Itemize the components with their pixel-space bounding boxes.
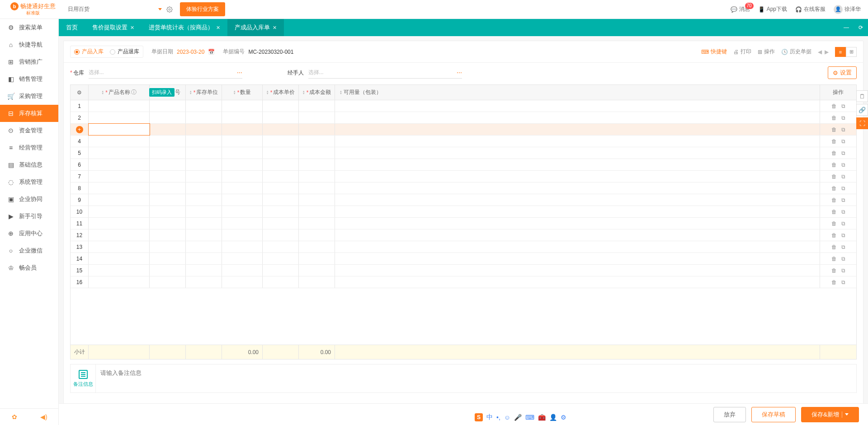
table-row[interactable]: 7🗑⧉ (71, 171, 856, 182)
radio-product-out[interactable]: 产品退库 (110, 48, 139, 56)
cell-qty[interactable] (222, 100, 263, 112)
table-row[interactable]: 13🗑⧉ (71, 241, 856, 253)
close-icon[interactable]: ✕ (130, 25, 134, 31)
cell-name[interactable] (89, 135, 150, 147)
table-row[interactable]: 11🗑⧉ (71, 218, 856, 229)
cell-name[interactable] (89, 159, 150, 170)
float-btn-expand[interactable]: ⛶ (856, 117, 868, 129)
ime-toolbox-icon[interactable]: 🧰 (538, 414, 546, 421)
cell-price[interactable] (263, 182, 299, 194)
cell-avail[interactable] (335, 112, 820, 123)
cell-price[interactable] (263, 147, 299, 159)
sidebar-item[interactable]: ◧销售管理 (0, 70, 58, 88)
shortcut-button[interactable]: ⌨ 快捷键 (701, 48, 727, 56)
tabs-minimize-button[interactable]: — (839, 19, 854, 36)
cell-amt[interactable] (299, 253, 335, 264)
col-amt[interactable]: ▲▼ *成本金额 (299, 85, 335, 100)
scan-badge[interactable]: 扫码录入 (149, 88, 175, 97)
cell-name[interactable] (89, 147, 150, 159)
delete-row-icon[interactable]: 🗑 (831, 138, 837, 145)
cell-amt[interactable] (299, 182, 335, 194)
doc-date-field[interactable]: 单据日期 2023-03-20 📅 (151, 48, 215, 56)
cell-unit[interactable] (186, 206, 222, 217)
radio-product-in[interactable]: 产品入库 (74, 48, 104, 56)
cell-price[interactable] (263, 194, 299, 205)
cell-name[interactable] (89, 229, 150, 241)
copy-row-icon[interactable]: ⧉ (841, 244, 845, 250)
cell-amt[interactable] (299, 124, 335, 135)
cell-qty[interactable] (222, 253, 263, 264)
copy-row-icon[interactable]: ⧉ (841, 185, 845, 191)
ime-smile-icon[interactable]: ☺ (504, 414, 510, 421)
cell-avail[interactable] (335, 218, 820, 229)
cell-qty[interactable] (222, 171, 263, 182)
cell-spec[interactable] (150, 206, 186, 217)
cell-amt[interactable] (299, 276, 335, 288)
cell-name[interactable] (89, 100, 150, 112)
ime-lang[interactable]: 中 (486, 413, 493, 421)
copy-row-icon[interactable]: ⧉ (841, 126, 845, 133)
messages-button[interactable]: 💬 消息 70 (731, 5, 750, 13)
cell-price[interactable] (263, 241, 299, 252)
ime-dot-icon[interactable]: •, (496, 414, 500, 421)
cell-name[interactable] (89, 182, 150, 194)
sidebar-item[interactable]: ⊙资金管理 (0, 122, 58, 139)
cell-amt[interactable] (299, 147, 335, 159)
close-icon[interactable]: ✕ (273, 25, 277, 31)
tabs-refresh-button[interactable]: ⟳ (854, 19, 868, 36)
cell-unit[interactable] (186, 135, 222, 147)
cell-avail[interactable] (335, 100, 820, 112)
copy-row-icon[interactable]: ⧉ (841, 279, 845, 285)
cell-amt[interactable] (299, 135, 335, 147)
cell-spec[interactable] (150, 182, 186, 194)
sidebar-item[interactable]: ⊕应用中心 (0, 225, 58, 242)
cell-unit[interactable] (186, 100, 222, 112)
online-service-button[interactable]: 🎧 在线客服 (795, 5, 826, 13)
delete-row-icon[interactable]: 🗑 (831, 244, 837, 250)
cell-price[interactable] (263, 135, 299, 147)
delete-row-icon[interactable]: 🗑 (831, 185, 837, 191)
save-new-button[interactable]: 保存&新增 (801, 407, 859, 422)
cell-name[interactable] (89, 206, 150, 217)
cell-name[interactable] (89, 194, 150, 205)
copy-row-icon[interactable]: ⧉ (841, 197, 845, 203)
sidebar-item[interactable]: ▣企业协同 (0, 191, 58, 208)
print-button[interactable]: 🖨 打印 (733, 48, 751, 56)
cell-qty[interactable] (222, 276, 263, 288)
tab[interactable]: 售价提取设置✕ (85, 19, 142, 36)
col-price[interactable]: ▲▼ *成本单价 (263, 85, 299, 100)
delete-row-icon[interactable]: 🗑 (831, 256, 837, 262)
cell-price[interactable] (263, 265, 299, 276)
history-button[interactable]: 🕓 历史单据 (781, 48, 811, 56)
cell-spec[interactable] (150, 100, 186, 112)
table-row[interactable]: 9🗑⧉ (71, 194, 856, 206)
category-dropdown[interactable]: 日用百货 (68, 5, 162, 13)
cell-amt[interactable] (299, 171, 335, 182)
user-menu[interactable]: 👤 徐泽华 (834, 5, 861, 14)
cell-spec[interactable] (150, 124, 186, 135)
gear-icon[interactable] (166, 6, 173, 13)
copy-row-icon[interactable]: ⧉ (841, 267, 845, 274)
delete-row-icon[interactable]: 🗑 (831, 209, 837, 215)
cell-amt[interactable] (299, 206, 335, 217)
delete-row-icon[interactable]: 🗑 (831, 150, 837, 156)
cell-spec[interactable] (150, 218, 186, 229)
save-draft-button[interactable]: 保存草稿 (751, 407, 796, 422)
sidebar-item[interactable]: ≡经营管理 (0, 139, 58, 156)
cell-spec[interactable] (150, 276, 186, 288)
remarks-tab[interactable]: 备注信息 (71, 364, 96, 392)
sidebar-settings-button[interactable]: ✿ (0, 409, 29, 425)
cell-amt[interactable] (299, 100, 335, 112)
cell-name[interactable] (89, 218, 150, 229)
copy-row-icon[interactable]: ⧉ (841, 138, 845, 145)
copy-row-icon[interactable]: ⧉ (841, 232, 845, 238)
ime-logo-icon[interactable]: S (475, 413, 483, 421)
cell-spec[interactable] (150, 171, 186, 182)
cell-qty[interactable] (222, 182, 263, 194)
delete-row-icon[interactable]: 🗑 (831, 162, 837, 168)
sidebar-item[interactable]: 🛒采购管理 (0, 88, 58, 105)
sidebar-item[interactable]: ⊟库存核算 (0, 105, 58, 122)
next-doc-button[interactable]: ▶ (825, 49, 829, 55)
cell-price[interactable] (263, 159, 299, 170)
table-row[interactable]: 2🗑⧉ (71, 112, 856, 124)
